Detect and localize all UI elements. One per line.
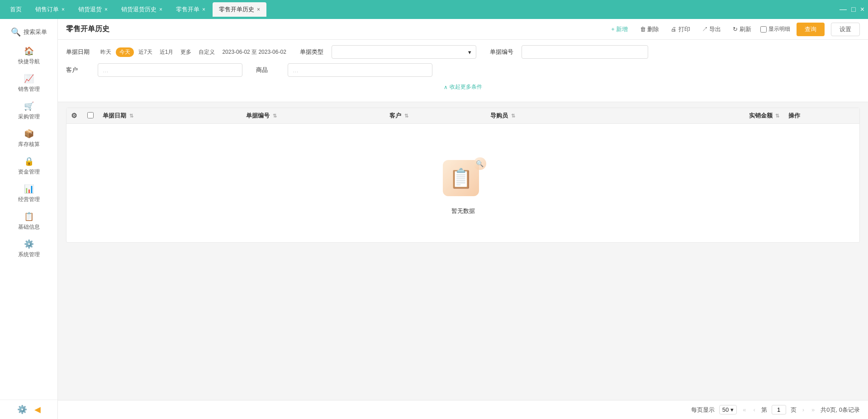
goods-filter-placeholder: … [293, 67, 299, 74]
tab-retail-open-history-close[interactable]: × [257, 7, 260, 12]
window-max-button[interactable]: □ [851, 6, 856, 13]
th-order-no-sort[interactable]: ⇅ [273, 113, 277, 118]
operations-icon: 📊 [24, 184, 34, 194]
finance-icon: 🔒 [24, 156, 34, 166]
th-amount-sort[interactable]: ⇅ [775, 113, 779, 118]
sidebar-item-sales-mgmt[interactable]: 📈 销售管理 [0, 69, 57, 97]
filter-row-2: 客户 … 商品 … [66, 63, 860, 77]
date-opt-1month[interactable]: 近1月 [157, 47, 176, 57]
date-opt-more[interactable]: 更多 [178, 47, 194, 57]
export-button[interactable]: ↗ 导出 [699, 24, 724, 35]
main-layout: 🔍 搜索采单 🏠 快捷导航 📈 销售管理 🛒 采购管理 📦 库存核算 🔒 资金管… [0, 19, 868, 419]
sidebar-collapse-btn[interactable]: ◀ [34, 405, 41, 414]
sidebar-search-label: 搜索采单 [24, 28, 47, 36]
page-label: 第 [761, 406, 767, 414]
date-opt-yesterday[interactable]: 昨天 [98, 47, 114, 57]
collapse-icon: ∧ [444, 84, 448, 90]
sidebar-item-inventory[interactable]: 📦 库存核算 [0, 124, 57, 152]
empty-icon-badge: 🔍 [474, 157, 486, 170]
type-filter-select[interactable]: ▾ [332, 45, 476, 59]
page-input[interactable] [772, 405, 786, 414]
tab-home[interactable]: 首页 [4, 2, 28, 17]
window-close-button[interactable]: × [860, 6, 864, 13]
sidebar-quick-nav-label: 快捷导航 [18, 58, 40, 66]
type-filter-chevron: ▾ [468, 49, 471, 56]
page-of-label: 页 [791, 406, 797, 414]
th-settings: ⚙ [66, 108, 83, 124]
th-spacer [608, 108, 640, 124]
purchase-icon: 🛒 [24, 101, 34, 111]
show-detail-checkbox[interactable] [760, 26, 767, 33]
sidebar-item-basic-info[interactable]: 📋 基础信息 [0, 207, 57, 235]
next-page-button[interactable]: › [801, 406, 806, 413]
sidebar-item-system[interactable]: ⚙️ 系统管理 [0, 235, 57, 262]
tab-retail-open-label: 零售开单 [176, 5, 199, 14]
sidebar-item-quick-nav[interactable]: 🏠 快捷导航 [0, 42, 57, 69]
tab-sales-return[interactable]: 销货退货 × [72, 2, 114, 17]
refresh-button[interactable]: ↻ 刷新 [730, 24, 754, 35]
page-header: 零售开单历史 + 新增 🗑 删除 🖨 打印 ↗ 导出 ↻ 刷新 显示明细 查询 … [58, 19, 868, 40]
tab-sales-return-history-label: 销货退货历史 [121, 5, 157, 14]
settings-button[interactable]: 设置 [831, 23, 860, 36]
show-detail-toggle[interactable]: 显示明细 [760, 25, 790, 33]
tab-retail-open[interactable]: 零售开单 × [170, 2, 212, 17]
sidebar-purchase-label: 采购管理 [18, 113, 40, 121]
tab-sales-return-label: 销货退货 [78, 5, 102, 14]
th-date-sort[interactable]: ⇅ [129, 113, 133, 118]
first-page-button[interactable]: « [741, 406, 747, 413]
last-page-button[interactable]: » [810, 406, 816, 413]
order-no-filter-input[interactable] [522, 45, 648, 59]
th-checkbox [83, 108, 98, 124]
home-icon: 🏠 [24, 46, 34, 56]
tab-bar: 首页 销售订单 × 销货退货 × 销货退货历史 × 零售开单 × 零售开单历史 … [0, 0, 868, 19]
customer-filter-input[interactable]: … [98, 63, 242, 77]
date-opt-today[interactable]: 今天 [116, 47, 134, 57]
tab-retail-open-history-label: 零售开单历史 [219, 5, 254, 14]
sidebar-settings-btn[interactable]: ⚙️ [17, 405, 27, 414]
tab-sales-return-close[interactable]: × [104, 7, 108, 12]
sidebar-item-search[interactable]: 🔍 搜索采单 [0, 23, 57, 42]
sidebar-finance-label: 资金管理 [18, 168, 40, 176]
goods-filter-label: 商品 [256, 66, 281, 74]
tab-sales-order-label: 销售订单 [35, 5, 59, 14]
th-guide-sort[interactable]: ⇅ [511, 113, 515, 118]
basic-info-icon: 📋 [24, 212, 34, 221]
date-filter-label: 单据日期 [66, 48, 91, 56]
per-page-label: 每页显示 [691, 406, 715, 414]
filter-row-1: 单据日期 昨天 今天 近7天 近1月 更多 自定义 2023-06-02 至 2… [66, 45, 860, 59]
select-all-checkbox[interactable] [87, 112, 94, 118]
sales-icon: 📈 [24, 74, 34, 84]
tab-sales-order[interactable]: 销售订单 × [29, 2, 71, 17]
table-settings-icon[interactable]: ⚙ [71, 112, 77, 119]
th-customer: 客户 ⇅ [385, 108, 486, 124]
sidebar-item-purchase-mgmt[interactable]: 🛒 采购管理 [0, 97, 57, 124]
tab-home-label: 首页 [10, 5, 22, 14]
prev-page-button[interactable]: ‹ [752, 406, 756, 413]
date-opt-7days[interactable]: 近7天 [136, 47, 155, 57]
th-guide: 导购员 ⇅ [486, 108, 608, 124]
tab-sales-order-close[interactable]: × [62, 7, 65, 12]
window-controls: — □ × [840, 6, 864, 13]
tab-sales-return-history[interactable]: 销货退货历史 × [115, 2, 169, 17]
system-icon: ⚙️ [24, 239, 34, 249]
sidebar-item-finance[interactable]: 🔒 资金管理 [0, 152, 57, 179]
print-button[interactable]: 🖨 打印 [668, 24, 693, 35]
filter-collapse-row: ∧ 收起更多条件 [66, 81, 860, 93]
sidebar-inventory-label: 库存核算 [18, 141, 40, 148]
sidebar-item-operations[interactable]: 📊 经营管理 [0, 179, 57, 207]
delete-button[interactable]: 🗑 删除 [637, 24, 662, 35]
th-customer-sort[interactable]: ⇅ [404, 113, 408, 118]
tab-retail-open-close[interactable]: × [202, 7, 205, 12]
tab-sales-return-history-close[interactable]: × [159, 7, 162, 12]
total-info: 共0页, 0条记录 [821, 406, 860, 414]
sidebar-operations-label: 经营管理 [18, 196, 40, 203]
collapse-button[interactable]: ∧ 收起更多条件 [438, 81, 488, 93]
tab-retail-open-history[interactable]: 零售开单历史 × [213, 2, 266, 17]
query-button[interactable]: 查询 [797, 23, 825, 36]
date-opt-custom[interactable]: 自定义 [196, 47, 218, 57]
goods-filter-input[interactable]: … [288, 63, 432, 77]
window-min-button[interactable]: — [840, 6, 847, 13]
add-button[interactable]: + 新增 [608, 24, 631, 35]
per-page-select[interactable]: 50 ▾ [719, 405, 737, 414]
table-area: ⚙ 单据日期 ⇅ 单据编号 ⇅ [58, 102, 868, 400]
